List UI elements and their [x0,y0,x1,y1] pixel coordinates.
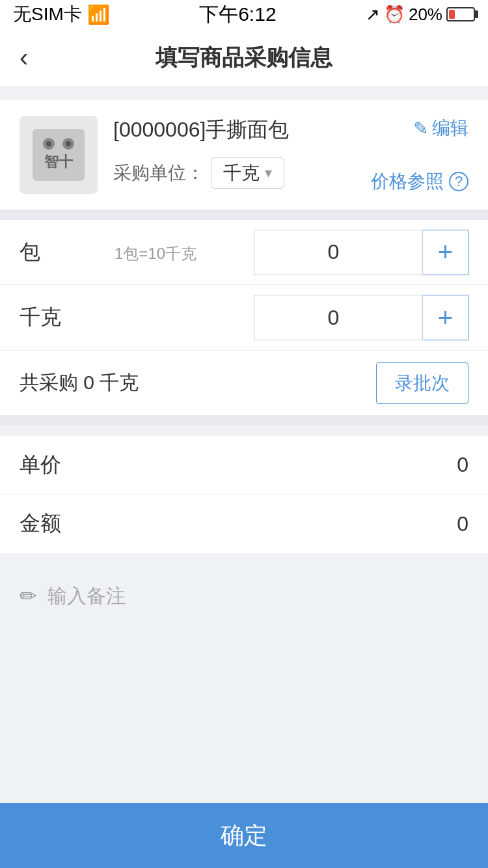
bao-sub-label: 1包=10千克 [115,243,197,264]
battery-fill [449,10,455,19]
divider-1 [0,210,488,220]
bao-input[interactable] [254,230,423,275]
owl-eyes [43,138,74,150]
product-image: 智十 [20,116,98,194]
amount-label: 金额 [20,509,61,538]
confirm-button[interactable]: 确定 [0,803,488,868]
chevron-down-icon: ▾ [265,165,272,182]
bao-label-group: 包 1包=10千克 [20,238,197,267]
amount-row: 金额 0 [0,495,488,553]
edit-label: 编辑 [432,116,468,141]
info-icon: ? [449,172,468,191]
total-unit: 千克 [100,372,139,393]
status-left: 无SIM卡 📶 [13,2,110,27]
edit-button[interactable]: ✎ 编辑 [413,116,468,141]
total-value: 0 [83,372,94,393]
total-label: 共采购 0 千克 [20,370,139,396]
unit-value: 千克 [223,161,260,185]
status-right: ↗ ⏰ 20% [366,5,475,25]
owl-eye-right [62,138,74,150]
remark-section[interactable]: ✏ 输入备注 [0,563,488,629]
product-logo: 智十 [33,129,85,181]
battery-icon [446,7,475,21]
kg-field-wrapper: + [111,295,468,340]
product-card: 智十 [0000006]手撕面包 采购单位： 千克 ▾ ✎ 编辑 价格参照 ? [0,100,488,210]
edit-icon: ✎ [413,118,428,139]
bao-plus-button[interactable]: + [423,230,468,275]
divider-2 [0,415,488,426]
wifi-icon: 📶 [87,4,110,25]
unit-price-value: 0 [457,453,468,477]
price-ref-label: 价格参照 [371,169,444,194]
record-batch-button[interactable]: 录批次 [376,362,468,404]
owl-text: 智十 [44,152,73,172]
bao-field-wrapper: + [197,230,468,275]
unit-price-label: 单价 [20,451,61,480]
kg-input[interactable] [254,295,423,340]
bao-label: 包 [20,238,111,267]
owl-eye-left [43,138,55,150]
price-ref-button[interactable]: 价格参照 ? [371,169,468,194]
owl-pupil-left [46,141,51,146]
kg-label: 千克 [20,303,111,332]
status-bar: 无SIM卡 📶 下午6:12 ↗ ⏰ 20% [0,0,488,29]
unit-label: 采购单位： [113,161,204,185]
alarm-icon: ⏰ [384,5,405,25]
kg-label-group: 千克 [20,303,111,332]
input-section: 包 1包=10千克 + 千克 + [0,220,488,350]
kg-input-row: 千克 + [0,285,488,350]
kg-plus-button[interactable]: + [423,295,468,340]
amount-value: 0 [457,512,468,536]
price-section: 单价 0 金额 0 [0,436,488,553]
pencil-icon: ✏ [20,584,37,608]
total-section: 共采购 0 千克 录批次 [0,350,488,415]
nav-bar: ‹ 填写商品采购信息 [0,29,488,87]
bao-input-row: 包 1包=10千克 + [0,220,488,285]
time-label: 下午6:12 [199,1,276,28]
location-icon: ↗ [366,5,380,25]
carrier-label: 无SIM卡 [13,2,82,27]
battery-percent: 20% [409,5,442,25]
owl-pupil-right [66,141,71,146]
unit-price-row: 单价 0 [0,436,488,495]
remark-placeholder: 输入备注 [47,583,126,610]
unit-dropdown[interactable]: 千克 ▾ [211,157,284,189]
page-title: 填写商品采购信息 [156,43,332,73]
back-button[interactable]: ‹ [20,43,59,72]
